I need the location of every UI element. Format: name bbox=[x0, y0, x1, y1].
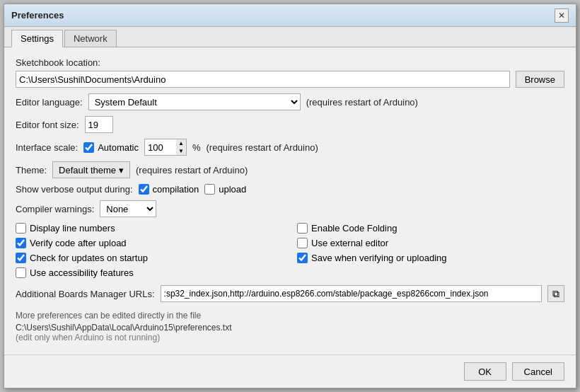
theme-label: Theme: bbox=[16, 165, 47, 175]
accessibility-item: Use accessibility features bbox=[16, 267, 283, 278]
cancel-button[interactable]: Cancel bbox=[512, 362, 564, 381]
prefs-path: C:\Users\Sushil\AppData\Local\Arduino15\… bbox=[16, 323, 564, 333]
save-when-verifying-item: Save when verifying or uploading bbox=[297, 253, 564, 263]
boards-copy-button[interactable]: ⧉ bbox=[547, 285, 564, 302]
more-prefs-text: More preferences can be edited directly … bbox=[16, 311, 201, 321]
sketchbook-input[interactable] bbox=[16, 71, 510, 88]
verbose-row: Show verbose output during: compilation … bbox=[16, 184, 564, 195]
interface-scale-label: Interface scale: bbox=[16, 142, 78, 153]
verbose-label: Show verbose output during: bbox=[16, 184, 133, 195]
save-when-verifying-checkbox[interactable] bbox=[297, 253, 308, 263]
display-line-numbers-checkbox[interactable] bbox=[16, 223, 26, 234]
check-updates-label: Check for updates on startup bbox=[30, 253, 148, 263]
scale-value-input[interactable] bbox=[144, 139, 176, 156]
enable-code-folding-checkbox[interactable] bbox=[297, 223, 308, 234]
scale-note: (requires restart of Arduino) bbox=[207, 142, 318, 153]
settings-content: Sketchbook location: Browse Editor langu… bbox=[4, 47, 576, 354]
compiler-select[interactable]: NoneDefaultMoreAll bbox=[100, 200, 156, 217]
display-line-numbers-item: Display line numbers bbox=[16, 223, 283, 234]
auto-scale-checkbox[interactable] bbox=[83, 142, 94, 153]
theme-value: Default theme bbox=[59, 165, 116, 175]
verify-code-checkbox[interactable] bbox=[16, 238, 26, 248]
interface-scale-row: Interface scale: Automatic ▲ ▼ % (requir… bbox=[16, 139, 564, 156]
upload-label: upload bbox=[219, 184, 246, 195]
boards-manager-label: Additional Boards Manager URLs: bbox=[16, 289, 155, 299]
save-when-verifying-label: Save when verifying or uploading bbox=[311, 253, 447, 263]
ok-button[interactable]: OK bbox=[464, 362, 506, 381]
external-editor-checkbox[interactable] bbox=[297, 238, 308, 248]
upload-checkbox[interactable] bbox=[204, 184, 215, 195]
editor-font-row: Editor font size: bbox=[16, 116, 564, 133]
editor-language-select[interactable]: System DefaultEnglishFrenchGerman bbox=[88, 93, 301, 110]
notes-section: More preferences can be edited directly … bbox=[16, 309, 564, 323]
checkboxes-grid: Display line numbers Enable Code Folding… bbox=[16, 223, 564, 278]
edit-warning: (edit only when Arduino is not running) bbox=[16, 333, 564, 342]
sketchbook-label: Sketchbook location: bbox=[16, 57, 564, 68]
theme-note: (requires restart of Arduino) bbox=[136, 165, 248, 175]
title-bar: Preferences ✕ bbox=[4, 4, 576, 27]
theme-chevron-icon: ▾ bbox=[119, 165, 124, 175]
editor-language-note: (requires restart of Arduino) bbox=[306, 97, 418, 108]
theme-button[interactable]: Default theme ▾ bbox=[52, 161, 130, 178]
percent-label: % bbox=[192, 142, 201, 153]
scale-down-button[interactable]: ▼ bbox=[176, 147, 186, 155]
browse-button[interactable]: Browse bbox=[516, 71, 564, 88]
external-editor-label: Use external editor bbox=[311, 238, 388, 248]
scale-up-button[interactable]: ▲ bbox=[176, 139, 186, 147]
check-updates-checkbox[interactable] bbox=[16, 253, 26, 263]
verify-code-label: Verify code after upload bbox=[30, 238, 127, 248]
editor-language-label: Editor language: bbox=[16, 97, 83, 108]
close-button[interactable]: ✕ bbox=[555, 8, 569, 23]
compilation-checkbox[interactable] bbox=[139, 184, 149, 195]
accessibility-label: Use accessibility features bbox=[30, 267, 134, 278]
compiler-row: Compiler warnings: NoneDefaultMoreAll bbox=[16, 200, 564, 217]
preferences-dialog: Preferences ✕ Settings Network Sketchboo… bbox=[4, 4, 576, 388]
editor-font-input[interactable] bbox=[85, 116, 113, 133]
tabs-container: Settings Network bbox=[4, 27, 576, 47]
dialog-title: Preferences bbox=[11, 10, 64, 21]
sketchbook-row: Browse bbox=[16, 71, 564, 88]
enable-code-folding-item: Enable Code Folding bbox=[297, 223, 564, 234]
tab-settings[interactable]: Settings bbox=[11, 30, 63, 47]
footer: OK Cancel bbox=[4, 354, 576, 388]
editor-font-label: Editor font size: bbox=[16, 120, 79, 130]
auto-scale-label: Automatic bbox=[98, 142, 139, 153]
boards-manager-row: Additional Boards Manager URLs: ⧉ bbox=[16, 285, 564, 302]
theme-row: Theme: Default theme ▾ (requires restart… bbox=[16, 161, 564, 178]
external-editor-item: Use external editor bbox=[297, 238, 564, 248]
check-updates-item: Check for updates on startup bbox=[16, 253, 283, 263]
verify-code-item: Verify code after upload bbox=[16, 238, 283, 248]
compiler-label: Compiler warnings: bbox=[16, 204, 94, 214]
compilation-label: compilation bbox=[153, 184, 199, 195]
display-line-numbers-label: Display line numbers bbox=[30, 223, 115, 234]
enable-code-folding-label: Enable Code Folding bbox=[311, 223, 397, 234]
accessibility-checkbox[interactable] bbox=[16, 267, 26, 278]
editor-language-row: Editor language: System DefaultEnglishFr… bbox=[16, 93, 564, 110]
tab-network[interactable]: Network bbox=[64, 30, 117, 47]
boards-manager-input[interactable] bbox=[161, 285, 542, 302]
